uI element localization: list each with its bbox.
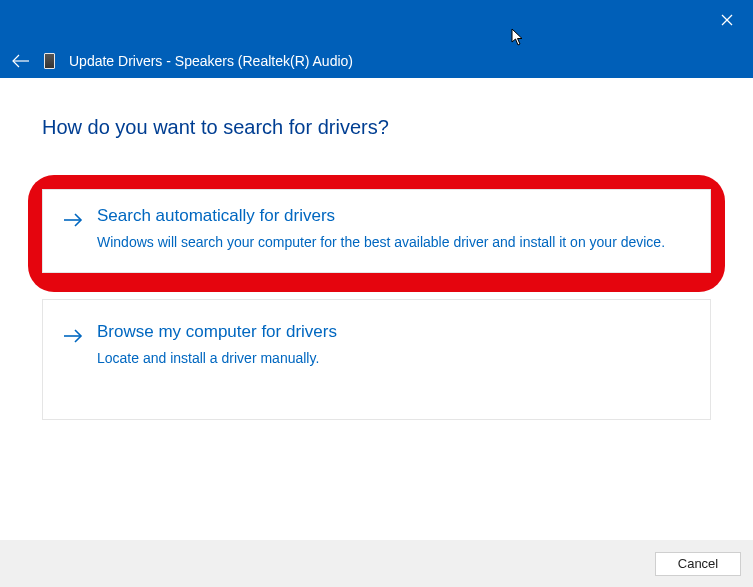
arrow-right-icon	[63, 324, 83, 348]
close-button[interactable]	[711, 8, 743, 32]
arrow-right-icon	[63, 208, 83, 232]
close-icon	[721, 14, 733, 26]
option-title: Browse my computer for drivers	[97, 322, 690, 342]
page-heading: How do you want to search for drivers?	[42, 116, 711, 139]
option-title: Search automatically for drivers	[97, 206, 690, 226]
device-icon	[44, 53, 55, 69]
window-title: Update Drivers - Speakers (Realtek(R) Au…	[69, 53, 353, 69]
mouse-cursor	[511, 28, 525, 50]
titlebar: Update Drivers - Speakers (Realtek(R) Au…	[0, 0, 753, 78]
cancel-button[interactable]: Cancel	[655, 552, 741, 576]
highlight-annotation: Search automatically for drivers Windows…	[28, 175, 725, 292]
option-search-automatically[interactable]: Search automatically for drivers Windows…	[42, 189, 711, 273]
option-desc: Locate and install a driver manually.	[97, 348, 690, 368]
back-arrow-icon	[12, 54, 30, 68]
dialog-footer: Cancel	[0, 540, 753, 587]
option-browse-manually[interactable]: Browse my computer for drivers Locate an…	[42, 299, 711, 419]
back-button[interactable]	[12, 52, 30, 70]
dialog-content: How do you want to search for drivers? S…	[0, 78, 753, 420]
option-desc: Windows will search your computer for th…	[97, 232, 690, 252]
